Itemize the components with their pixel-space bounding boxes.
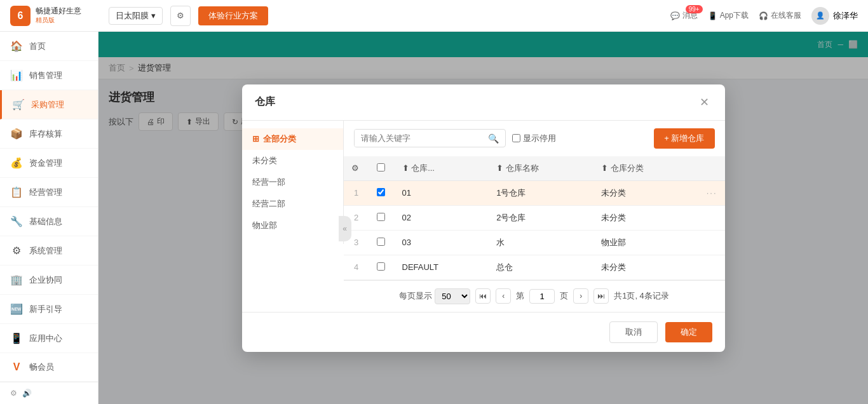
sidebar-item-home[interactable]: 🏠 首页 [0, 32, 98, 61]
table-row[interactable]: 3 03 水 物业部 [344, 230, 725, 255]
warehouse-modal: 仓库 ✕ ⊞ 全部分类 未分类 [242, 84, 725, 352]
show-disabled-text: 显示停用 [523, 133, 556, 144]
modal-title: 仓库 [255, 95, 275, 109]
sidebar-item-basic[interactable]: 🔧 基础信息 [0, 207, 98, 236]
sidebar-item-guide[interactable]: 🆕 新手引导 [0, 295, 98, 324]
col-check [369, 156, 395, 181]
cat-label-property: 物业部 [252, 220, 277, 230]
search-button[interactable]: 🔍 [482, 133, 505, 144]
search-input[interactable] [355, 130, 482, 147]
per-page-label: 每页显示 [399, 290, 432, 302]
row-more[interactable] [699, 205, 725, 230]
per-page-dropdown[interactable]: 50 10 20 100 [435, 288, 470, 304]
page-input[interactable] [529, 289, 555, 304]
trial-button[interactable]: 体验行业方案 [198, 6, 268, 25]
sidebar-item-member[interactable]: V 畅会员 [0, 353, 98, 382]
row-gear: 1 [344, 180, 369, 205]
modal-body: ⊞ 全部分类 未分类 经营一部 经营二部 [242, 121, 725, 312]
row-checkbox-cell [369, 255, 395, 279]
app-badge: 精员版 [36, 16, 81, 25]
phone-icon: 📱 [708, 11, 717, 20]
row-more[interactable] [699, 255, 725, 279]
prev-page-button[interactable]: ‹ [496, 288, 511, 304]
row-checkbox-cell [369, 230, 395, 255]
first-page-button[interactable]: ⏮ [475, 288, 491, 304]
cancel-button[interactable]: 取消 [609, 321, 658, 343]
chevron-down-icon: ▾ [151, 11, 156, 20]
basic-icon: 🔧 [10, 215, 23, 227]
table-row[interactable]: 4 DEFAULT 总仓 未分类 [344, 255, 725, 279]
messages-item[interactable]: 💬 消息 99+ [670, 10, 698, 21]
row-num: 4 [354, 262, 358, 272]
online-service-label: 在线客服 [771, 10, 801, 21]
search-input-wrap: 🔍 [354, 129, 506, 147]
next-page-button[interactable]: › [573, 288, 588, 304]
headset-icon: 🎧 [759, 11, 768, 20]
messages-badge: 99+ [686, 5, 703, 13]
sidebar-item-enterprise[interactable]: 🏢 企业协同 [0, 266, 98, 295]
sidebar-item-appcenter[interactable]: 📱 应用中心 [0, 324, 98, 353]
category-all-label: 全部分类 [263, 133, 296, 145]
sidebar-label-member: 畅会员 [29, 361, 54, 373]
row-name: 总仓 [489, 255, 593, 279]
grid-icon: ⊞ [252, 134, 259, 144]
sidebar-item-system[interactable]: ⚙ 系统管理 [0, 236, 98, 266]
enterprise-icon: 🏢 [10, 274, 23, 286]
operations-icon: 📋 [10, 186, 23, 198]
user-area[interactable]: 👤 徐泽华 [811, 7, 858, 25]
col-gear: ⚙ [344, 156, 369, 181]
gear-icon: ⚙ [351, 163, 359, 173]
row-checkbox[interactable] [377, 262, 385, 271]
category-property[interactable]: 物业部 [242, 215, 343, 236]
sidebar-label-finance: 资金管理 [29, 158, 62, 169]
category-dept2[interactable]: 经营二部 [242, 193, 343, 215]
row-checkbox-cell [369, 205, 395, 230]
row-num: 3 [354, 238, 358, 247]
collapse-panel-button[interactable]: « [339, 216, 351, 241]
inventory-icon: 📦 [10, 128, 23, 140]
sidebar-item-operations[interactable]: 📋 经营管理 [0, 178, 98, 207]
row-more[interactable]: ··· [699, 180, 725, 205]
confirm-button[interactable]: 确定 [665, 322, 712, 342]
settings-button[interactable]: ⚙ [170, 6, 191, 26]
show-disabled-label[interactable]: 显示停用 [512, 133, 556, 144]
row-name: 2号仓库 [489, 205, 593, 230]
show-disabled-checkbox[interactable] [512, 134, 520, 142]
modal-overlay: 仓库 ✕ ⊞ 全部分类 未分类 [98, 32, 868, 404]
cat-label-dept2: 经营二部 [252, 199, 285, 208]
finance-icon: 💰 [10, 157, 23, 169]
app-download-item[interactable]: 📱 App下载 [708, 10, 749, 21]
guide-icon: 🆕 [10, 303, 23, 315]
sidebar-item-finance[interactable]: 💰 资金管理 [0, 149, 98, 178]
sort-icon: ⬆ [402, 163, 409, 173]
logo-area: 6 畅捷通好生意 精员版 [10, 6, 109, 26]
online-service-item[interactable]: 🎧 在线客服 [759, 10, 801, 21]
appcenter-icon: 📱 [10, 332, 23, 344]
table-row[interactable]: 1 01 1号仓库 未分类 ··· [344, 180, 725, 205]
last-page-button[interactable]: ⏭ [593, 288, 609, 304]
modal-close-button[interactable]: ✕ [697, 95, 712, 110]
sidebar-label-inventory: 库存核算 [29, 128, 62, 140]
sidebar-label-system: 系统管理 [29, 245, 62, 257]
sidebar-item-inventory[interactable]: 📦 库存核算 [0, 119, 98, 149]
category-panel: ⊞ 全部分类 未分类 经营一部 经营二部 [242, 121, 344, 244]
sidebar-item-sales[interactable]: 📊 销售管理 [0, 61, 98, 90]
row-checkbox[interactable] [377, 238, 385, 246]
row-more[interactable] [699, 230, 725, 255]
category-dept1[interactable]: 经营一部 [242, 172, 343, 193]
add-warehouse-button[interactable]: + 新增仓库 [654, 128, 714, 149]
sidebar-item-purchase[interactable]: 🛒 采购管理 [0, 90, 98, 119]
row-checkbox[interactable] [377, 188, 385, 196]
table-row[interactable]: 2 02 2号仓库 未分类 [344, 205, 725, 230]
sidebar-label-home: 首页 [29, 41, 46, 52]
category-all[interactable]: ⊞ 全部分类 [242, 128, 343, 150]
branch-selector[interactable]: 日太阳膜 ▾ [109, 7, 163, 25]
col-action-header [699, 156, 725, 181]
sidebar-bottom[interactable]: ⚙ 🔊 [0, 382, 98, 404]
sort-icon2: ⬆ [496, 163, 503, 173]
row-category: 未分类 [593, 205, 698, 230]
category-uncategorized[interactable]: 未分类 [242, 150, 343, 172]
row-checkbox[interactable] [377, 213, 385, 221]
purchase-icon: 🛒 [12, 98, 25, 111]
select-all-checkbox[interactable] [377, 163, 385, 172]
